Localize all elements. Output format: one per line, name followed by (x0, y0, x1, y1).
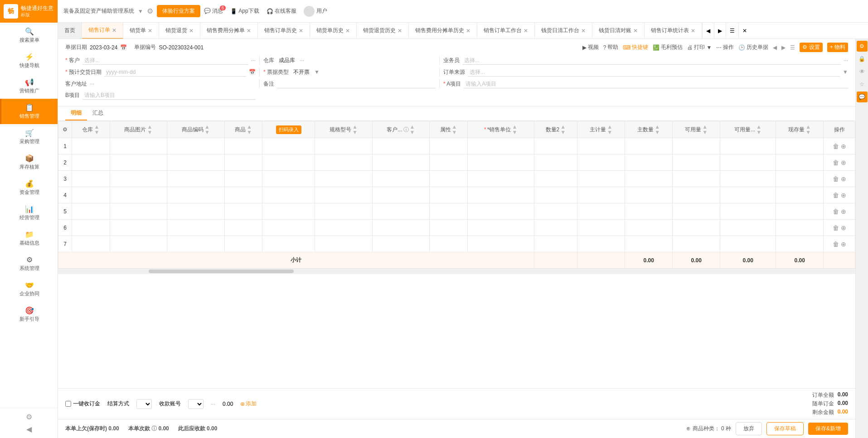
row-1-available[interactable] (673, 138, 720, 154)
row-7-available2[interactable] (720, 236, 776, 252)
sort-arrows-main-qty[interactable]: ▲▼ (655, 124, 660, 135)
row-7-main-unit[interactable] (577, 236, 625, 252)
row-6-code[interactable] (167, 220, 224, 236)
tab-close-7[interactable]: ✕ (398, 28, 402, 34)
row-2-qty2[interactable] (534, 154, 577, 171)
salesperson-input[interactable] (462, 56, 841, 65)
tab-close-9[interactable]: ✕ (524, 28, 528, 34)
tab-close-12[interactable]: ✕ (691, 28, 695, 34)
print-btn[interactable]: 🖨 打印 ▼ (687, 43, 712, 51)
row-4-available2[interactable] (720, 187, 776, 203)
row-3-delete-btn[interactable]: 🗑 (833, 175, 839, 183)
row-5-available[interactable] (673, 203, 720, 220)
tab-menu-btn[interactable]: ☰ (726, 23, 738, 39)
tab-sales-goods[interactable]: 销货单 ✕ (123, 23, 159, 39)
row-7-current[interactable] (776, 236, 824, 252)
delivery-input[interactable] (104, 68, 246, 77)
sidebar-item-finance[interactable]: 💰 资金管理 (0, 175, 58, 200)
row-1-current[interactable] (776, 138, 824, 154)
row-4-goods[interactable] (224, 187, 262, 203)
profit-btn[interactable]: 💹 毛利预估 (653, 43, 683, 51)
row-2-code[interactable] (167, 154, 224, 171)
industry-btn[interactable]: 体验行业方案 (157, 5, 200, 17)
tab-close-5[interactable]: ✕ (299, 28, 303, 34)
row-2-scan[interactable] (262, 154, 315, 171)
prev-record-btn[interactable]: ◀ (773, 44, 777, 51)
row-2-available2[interactable] (720, 154, 776, 171)
row-2-spec[interactable] (315, 154, 372, 171)
sort-arrows-code[interactable]: ▲▼ (204, 124, 210, 135)
b-project-input[interactable] (82, 91, 256, 100)
row-2-main-qty[interactable] (625, 154, 673, 171)
tab-cash-workbench[interactable]: 钱货日清工作台 ✕ (535, 23, 592, 39)
row-4-main-unit[interactable] (577, 187, 625, 203)
tab-cash-reconcile[interactable]: 钱货日清对账 ✕ (592, 23, 645, 39)
row-5-customer-code[interactable] (372, 203, 430, 220)
settlement-select[interactable] (136, 399, 152, 409)
row-5-available2[interactable] (720, 203, 776, 220)
row-6-image[interactable] (110, 220, 167, 236)
save-new-btn[interactable]: 保存&新增 (808, 423, 848, 435)
row-5-code[interactable] (167, 203, 224, 220)
right-sidebar-eye-btn[interactable]: 👁 (857, 66, 868, 77)
row-2-unit[interactable] (467, 154, 534, 171)
row-7-unit[interactable] (467, 236, 534, 252)
tab-sales-report[interactable]: 销售订单统计表 ✕ (645, 23, 702, 39)
right-sidebar-lock-btn[interactable]: 🔒 (857, 53, 868, 64)
collapse-icon[interactable]: ◀ (26, 425, 32, 433)
sort-arrows-spec[interactable]: ▲▼ (352, 124, 358, 135)
row-4-image[interactable] (110, 187, 167, 203)
row-5-warehouse[interactable] (72, 203, 110, 220)
row-3-available2[interactable] (720, 171, 776, 187)
row-6-customer-code[interactable] (372, 220, 430, 236)
tab-close-11[interactable]: ✕ (633, 28, 638, 34)
tab-sales-fee[interactable]: 销售费用分摊单 ✕ (200, 23, 258, 39)
row-5-spec[interactable] (315, 203, 372, 220)
tab-close-8[interactable]: ✕ (466, 28, 470, 34)
row-3-scan[interactable] (262, 171, 315, 187)
row-5-main-unit[interactable] (577, 203, 625, 220)
row-3-attr[interactable] (430, 171, 468, 187)
row-4-warehouse[interactable] (72, 187, 110, 203)
row-4-scan[interactable] (262, 187, 315, 203)
tab-sales-workbench[interactable]: 销售订单工作台 ✕ (477, 23, 535, 39)
sort-arrows-main-unit[interactable]: ▲▼ (607, 124, 612, 135)
tab-close-3[interactable]: ✕ (189, 28, 194, 34)
row-6-goods[interactable] (224, 220, 262, 236)
row-7-customer-code[interactable] (372, 236, 430, 252)
account-dots[interactable]: ··· (211, 401, 215, 407)
row-7-copy-btn[interactable]: ⊕ (841, 241, 846, 248)
right-sidebar-chat-btn[interactable]: 💬 (857, 91, 868, 102)
row-3-qty2[interactable] (534, 171, 577, 187)
row-2-goods[interactable] (224, 154, 262, 171)
settings-bottom-icon[interactable]: ⚙ (26, 413, 32, 421)
row-6-attr[interactable] (430, 220, 468, 236)
sub-tab-summary[interactable]: 汇总 (87, 106, 109, 120)
scan-btn[interactable]: 扫码录入 (276, 125, 301, 134)
calendar-icon-2[interactable]: 📅 (249, 69, 256, 75)
order-source-dropdown-icon[interactable]: ▼ (843, 69, 848, 75)
row-5-qty2[interactable] (534, 203, 577, 220)
row-1-spec[interactable] (315, 138, 372, 154)
row-3-code[interactable] (167, 171, 224, 187)
customer-input[interactable] (82, 56, 248, 65)
row-3-goods[interactable] (224, 171, 262, 187)
sort-arrows-image[interactable]: ▲▼ (147, 124, 152, 135)
row-3-copy-btn[interactable]: ⊕ (841, 175, 846, 183)
row-4-qty2[interactable] (534, 187, 577, 203)
row-2-customer-code[interactable] (372, 154, 430, 171)
sort-arrows-qty2[interactable]: ▲▼ (560, 124, 566, 135)
sort-arrows-customer[interactable]: ▲▼ (410, 124, 415, 135)
row-5-current[interactable] (776, 203, 824, 220)
row-1-warehouse[interactable] (72, 138, 110, 154)
row-1-main-qty[interactable] (625, 138, 673, 154)
row-3-available[interactable] (673, 171, 720, 187)
sort-arrows-available[interactable]: ▲▼ (702, 124, 708, 135)
row-6-scan[interactable] (262, 220, 315, 236)
row-7-goods[interactable] (224, 236, 262, 252)
goods-count-icon[interactable]: ⊕ (686, 425, 691, 432)
row-3-main-unit[interactable] (577, 171, 625, 187)
row-7-code[interactable] (167, 236, 224, 252)
sort-arrows-warehouse[interactable]: ▲▼ (94, 124, 99, 135)
form-settings-btn[interactable]: ⚙ 设置 (800, 43, 822, 52)
